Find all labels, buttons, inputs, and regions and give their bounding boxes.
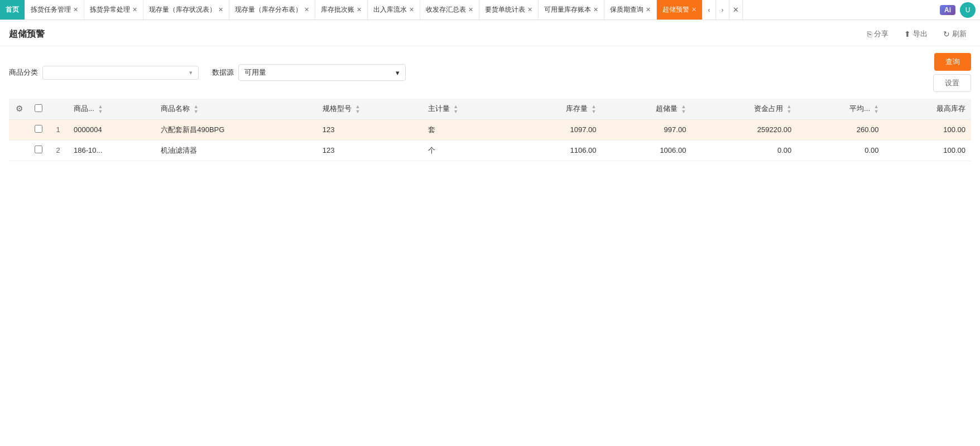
- user-avatar[interactable]: U: [960, 2, 976, 18]
- nav-close-all-icon: ✕: [733, 6, 739, 14]
- col-capital-header[interactable]: 资金占用 ▲▼: [691, 99, 797, 119]
- row1-max: 100.00: [885, 119, 971, 140]
- export-label: 导出: [913, 29, 928, 39]
- nav-tab-2[interactable]: 拣货异常处理 ✕: [84, 0, 143, 20]
- row2-stock: 1106.00: [512, 140, 602, 161]
- row2-num: 2: [48, 140, 68, 161]
- page-title: 超储预警: [9, 28, 45, 40]
- category-label: 商品分类: [9, 67, 38, 77]
- filter-buttons: 查询 设置: [933, 53, 971, 92]
- export-icon: ⬆: [904, 30, 911, 38]
- refresh-label: 刷新: [952, 29, 967, 39]
- col-code-sort-icon: ▲▼: [98, 104, 103, 114]
- tab-close-icon[interactable]: ✕: [132, 6, 137, 13]
- tab-close-icon[interactable]: ✕: [527, 6, 532, 13]
- nav-prev-button[interactable]: ‹: [703, 0, 716, 20]
- table-row: 1 0000004 六配套新昌490BPG 123 套 1097.00 997.…: [9, 119, 971, 140]
- nav-tab-1[interactable]: 拣货任务管理 ✕: [25, 0, 84, 20]
- tab-close-icon[interactable]: ✕: [73, 6, 78, 13]
- row2-settings-cell: [9, 140, 29, 161]
- filter-row: 商品分类 ▾ 数据源 可用量 ▾ 查询 设置: [0, 46, 980, 99]
- datasource-select[interactable]: 可用量 ▾: [238, 64, 406, 81]
- nav-tab-4[interactable]: 现存量（库存分布表） ✕: [229, 0, 315, 20]
- col-over-sort-icon: ▲▼: [681, 104, 686, 114]
- row1-checkbox[interactable]: [35, 125, 42, 133]
- datasource-filter: 数据源 可用量 ▾: [212, 64, 406, 81]
- col-spec-header[interactable]: 规格型号 ▲▼: [317, 99, 422, 119]
- share-icon: ⎘: [867, 30, 872, 38]
- tab-label: 拣货任务管理: [31, 5, 71, 14]
- share-button[interactable]: ⎘ 分享: [863, 27, 893, 41]
- nav-next-button[interactable]: ›: [716, 0, 729, 20]
- nav-tab-5[interactable]: 库存批次账 ✕: [315, 0, 368, 20]
- query-button[interactable]: 查询: [934, 53, 971, 71]
- col-name-header[interactable]: 商品名称 ▲▼: [155, 99, 317, 119]
- share-label: 分享: [874, 29, 888, 39]
- row2-name: 机油滤清器: [155, 140, 317, 161]
- home-label: 首页: [6, 5, 19, 14]
- nav-home[interactable]: 首页: [0, 0, 25, 20]
- row2-checkbox[interactable]: [35, 146, 42, 153]
- row1-capital: 259220.00: [691, 119, 797, 140]
- tab-close-icon[interactable]: ✕: [691, 6, 696, 13]
- tab-close-icon[interactable]: ✕: [646, 6, 651, 13]
- row1-unit: 套: [422, 119, 512, 140]
- tab-label: 现存量（库存状况表）: [149, 5, 216, 14]
- data-table-container: ⚙ 商品... ▲▼ 商品名称 ▲▼ 规格型号: [0, 99, 980, 161]
- tab-close-icon[interactable]: ✕: [409, 6, 414, 13]
- table-settings-icon[interactable]: ⚙: [16, 104, 23, 113]
- refresh-icon: ↻: [943, 30, 950, 38]
- nav-tab-9[interactable]: 可用量库存账本 ✕: [539, 0, 604, 20]
- header-actions: ⎘ 分享 ⬆ 导出 ↻ 刷新: [863, 27, 971, 41]
- nav-tab-6[interactable]: 出入库流水 ✕: [368, 0, 420, 20]
- nav-tab-8[interactable]: 要货单统计表 ✕: [479, 0, 539, 20]
- row1-settings-cell: [9, 119, 29, 140]
- col-avg-header[interactable]: 平均... ▲▼: [797, 99, 884, 119]
- tab-close-icon[interactable]: ✕: [218, 6, 223, 13]
- category-select[interactable]: ▾: [42, 66, 199, 80]
- select-all-checkbox[interactable]: [35, 104, 42, 112]
- col-spec-sort-icon: ▲▼: [355, 104, 360, 114]
- datasource-label: 数据源: [212, 67, 234, 77]
- nav-prev-icon: ‹: [708, 6, 710, 14]
- tab-label: 收发存汇总表: [426, 5, 466, 14]
- settings-button[interactable]: 设置: [933, 74, 971, 92]
- tab-close-icon[interactable]: ✕: [357, 6, 362, 13]
- row1-code: 0000004: [68, 119, 155, 140]
- col-code-header[interactable]: 商品... ▲▼: [68, 99, 155, 119]
- ai-badge[interactable]: Ai: [940, 5, 955, 15]
- tab-label: 要货单统计表: [485, 5, 525, 14]
- col-stock-sort-icon: ▲▼: [592, 104, 597, 114]
- nav-tab-11[interactable]: 超储预警 ✕: [657, 0, 703, 20]
- tab-label: 超储预警: [662, 5, 689, 14]
- row2-max: 100.00: [885, 140, 971, 161]
- tab-close-icon[interactable]: ✕: [468, 6, 473, 13]
- col-unit-header[interactable]: 主计量 ▲▼: [422, 99, 512, 119]
- tab-close-icon[interactable]: ✕: [593, 6, 598, 13]
- col-capital-sort-icon: ▲▼: [786, 104, 791, 114]
- nav-tab-3[interactable]: 现存量（库存状况表） ✕: [143, 0, 229, 20]
- refresh-button[interactable]: ↻ 刷新: [939, 27, 971, 41]
- tab-label: 保质期查询: [610, 5, 643, 14]
- row1-name: 六配套新昌490BPG: [155, 119, 317, 140]
- row1-avg: 260.00: [797, 119, 884, 140]
- row1-stock: 1097.00: [512, 119, 602, 140]
- col-settings-header: ⚙: [9, 99, 29, 119]
- row1-spec: 123: [317, 119, 422, 140]
- row2-capital: 0.00: [691, 140, 797, 161]
- export-button[interactable]: ⬆ 导出: [900, 27, 932, 41]
- col-max-header[interactable]: 最高库存: [885, 99, 971, 119]
- row1-checkbox-cell: [29, 119, 48, 140]
- col-name-sort-icon: ▲▼: [194, 104, 199, 114]
- col-stock-header[interactable]: 库存量 ▲▼: [512, 99, 602, 119]
- col-unit-sort-icon: ▲▼: [453, 104, 458, 114]
- nav-close-all-button[interactable]: ✕: [729, 0, 743, 20]
- nav-tab-10[interactable]: 保质期查询 ✕: [604, 0, 657, 20]
- col-over-header[interactable]: 超储量 ▲▼: [602, 99, 691, 119]
- tab-label: 出入库流水: [373, 5, 407, 14]
- row1-over: 997.00: [602, 119, 691, 140]
- datasource-chevron-down-icon: ▾: [396, 69, 400, 77]
- tab-close-icon[interactable]: ✕: [304, 6, 309, 13]
- nav-next-icon: ›: [721, 6, 723, 14]
- nav-tab-7[interactable]: 收发存汇总表 ✕: [420, 0, 479, 20]
